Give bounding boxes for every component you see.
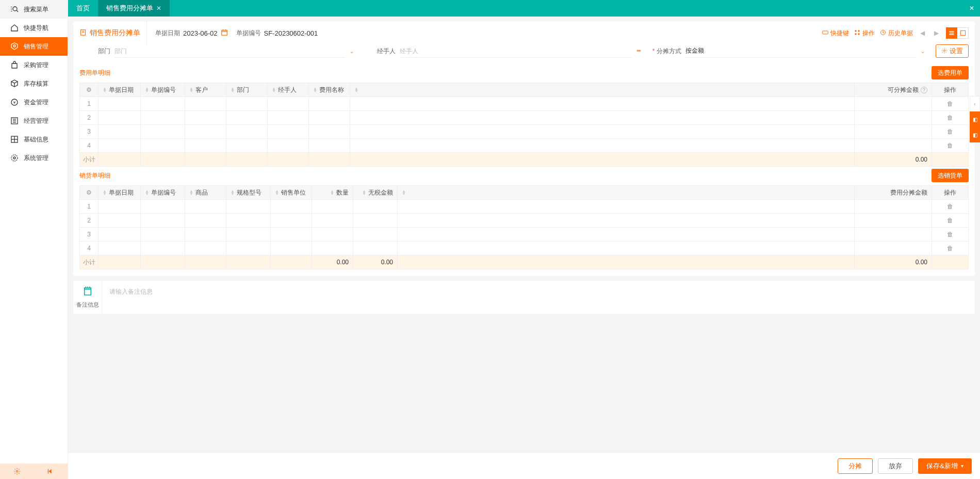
select-sale-bill-button[interactable]: 选销货单 (932, 169, 969, 182)
side-tab-2[interactable]: ◧ (970, 127, 980, 142)
delete-icon[interactable]: 🗑 (947, 217, 953, 224)
delete-icon[interactable]: 🗑 (947, 100, 953, 107)
remarks-tab[interactable]: 备注信息 (73, 281, 102, 314)
table-row[interactable]: 4🗑 (80, 242, 968, 256)
sort-icon[interactable]: ▲▼ (145, 190, 149, 195)
sort-icon[interactable]: ▲▼ (103, 87, 107, 92)
remarks-input[interactable] (109, 288, 968, 295)
svg-point-17 (16, 470, 18, 472)
allocate-button[interactable]: 分摊 (838, 458, 873, 474)
fee-section: 费用单明细 选费用单 ⚙ ▲▼单据日期 ▲▼单据编号 ▲▼客户 ▲▼部门 ▲▼经… (73, 64, 975, 167)
prev-record-button[interactable]: ◀ (918, 29, 927, 37)
table-row[interactable]: 2🗑 (80, 111, 968, 125)
save-new-button[interactable]: 保存&新增 ▾ (918, 458, 972, 474)
sort-icon[interactable]: ▲▼ (231, 190, 235, 195)
subtotal-row: 小计0.00 (80, 153, 968, 167)
sort-icon[interactable]: ▲▼ (103, 190, 107, 195)
handler-label: 经手人 (365, 47, 396, 56)
settings-icon-button[interactable] (0, 464, 34, 479)
sort-icon[interactable]: ▲▼ (402, 190, 406, 195)
sidebar-item-purchase[interactable]: 采购管理 (0, 56, 68, 74)
gear-icon[interactable]: ⚙ (86, 86, 92, 93)
sidebar-item-quicknav[interactable]: 快捷导航 (0, 19, 68, 37)
close-all-tabs-button[interactable]: ✕ (963, 0, 980, 17)
sidebar-item-label: 采购管理 (24, 61, 48, 70)
sort-icon[interactable]: ▲▼ (145, 87, 149, 92)
discard-button[interactable]: 放弃 (878, 458, 913, 474)
svg-rect-34 (950, 34, 954, 35)
delete-icon[interactable]: 🗑 (947, 128, 953, 135)
shortcut-link[interactable]: 快捷键 (822, 29, 849, 38)
select-fee-bill-button[interactable]: 选费用单 (932, 66, 969, 79)
table-row[interactable]: 4🗑 (80, 139, 968, 153)
chevron-down-icon[interactable]: ⌄ (349, 47, 354, 55)
sidebar-item-label: 销售管理 (24, 42, 48, 51)
sort-icon[interactable]: ▲▼ (354, 87, 358, 92)
handler-input[interactable] (400, 44, 632, 58)
sort-icon[interactable]: ▲▼ (189, 190, 193, 195)
table-row[interactable]: 3🗑 (80, 125, 968, 139)
table-row[interactable]: 2🗑 (80, 214, 968, 228)
collapse-icon-button[interactable] (34, 464, 68, 479)
gear-icon[interactable]: ⚙ (86, 189, 92, 196)
method-input[interactable] (685, 44, 916, 58)
sale-section: 销货单明细 选销货单 ⚙ ▲▼单据日期 ▲▼单据编号 ▲▼商品 ▲▼规格型号 ▲… (73, 167, 975, 276)
sort-icon[interactable]: ▲▼ (362, 190, 366, 195)
sort-icon[interactable]: ▲▼ (275, 190, 279, 195)
svg-rect-33 (950, 33, 954, 34)
close-icon[interactable]: ✕ (156, 5, 161, 12)
view-detail-button[interactable] (957, 27, 969, 39)
sales-icon (10, 42, 19, 51)
view-list-button[interactable] (946, 27, 957, 39)
delete-icon[interactable]: 🗑 (947, 231, 953, 238)
history-icon (880, 29, 886, 37)
date-label: 单据日期 (155, 29, 180, 38)
sort-icon[interactable]: ▲▼ (313, 87, 317, 92)
box-icon (10, 79, 19, 88)
delete-icon[interactable]: 🗑 (947, 142, 953, 149)
help-icon[interactable]: ? (921, 87, 927, 93)
sidebar-item-sales[interactable]: 销售管理 (0, 37, 68, 56)
main: 首页 销售费用分摊单 ✕ ✕ 销售费用分摊单 (68, 0, 980, 479)
sidebar-item-label: 经营管理 (24, 117, 48, 125)
svg-point-5 (13, 45, 15, 47)
delete-icon[interactable]: 🗑 (947, 203, 953, 210)
sort-icon[interactable]: ▲▼ (330, 190, 334, 195)
settings-button[interactable]: 设置 (936, 44, 969, 58)
calendar-icon[interactable] (221, 29, 228, 38)
side-tab-expand[interactable]: ‹ (970, 96, 980, 111)
tab-home[interactable]: 首页 (68, 0, 98, 17)
sidebar-item-business[interactable]: 经营管理 (0, 111, 68, 130)
sidebar-item-basic[interactable]: 基础信息 (0, 130, 68, 149)
sidebar-item-label: 基础信息 (24, 135, 48, 144)
page-header-card: 销售费用分摊单 单据日期 2023-06-02 单据编号 SF-20230602… (73, 22, 975, 276)
table-row[interactable]: 1🗑 (80, 97, 968, 111)
chevron-down-icon[interactable]: ⌄ (920, 47, 925, 55)
table-row[interactable]: 3🗑 (80, 228, 968, 242)
tab-label: 首页 (76, 4, 90, 13)
next-record-button[interactable]: ▶ (932, 29, 941, 37)
side-tab-1[interactable]: ◧ (970, 111, 980, 127)
date-value[interactable]: 2023-06-02 (183, 29, 218, 37)
sort-icon[interactable]: ▲▼ (272, 87, 276, 92)
delete-icon[interactable]: 🗑 (947, 114, 953, 121)
sidebar-item-system[interactable]: 系统管理 (0, 149, 68, 167)
sort-icon[interactable]: ▲▼ (189, 87, 193, 92)
tab-sales-fee-allocation[interactable]: 销售费用分摊单 ✕ (98, 0, 170, 17)
sidebar-item-search[interactable]: 搜索菜单 (0, 0, 68, 19)
sort-icon[interactable]: ▲▼ (231, 87, 235, 92)
sidebar-item-funds[interactable]: ¥ 资金管理 (0, 93, 68, 111)
svg-point-36 (943, 50, 945, 51)
lookup-icon[interactable]: ••• (636, 47, 640, 55)
subtotal-row: 小计0.000.000.00 (80, 256, 968, 269)
table-row[interactable]: 1🗑 (80, 200, 968, 214)
delete-icon[interactable]: 🗑 (947, 245, 953, 252)
history-link[interactable]: 历史单据 (880, 29, 913, 38)
operations-link[interactable]: 操作 (854, 29, 875, 38)
sidebar-footer (0, 464, 68, 479)
svg-rect-0 (11, 7, 12, 7)
sale-section-title: 销货单明细 (79, 171, 110, 180)
sidebar-item-inventory[interactable]: 库存核算 (0, 74, 68, 93)
dept-input[interactable] (115, 44, 345, 58)
note-icon (83, 286, 93, 299)
